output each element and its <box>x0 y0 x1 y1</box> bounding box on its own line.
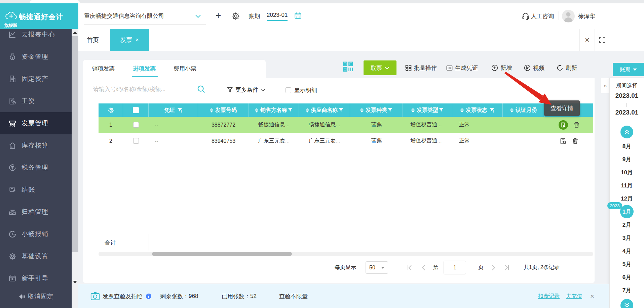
sidebar-item-guide[interactable]: 新手引导 <box>0 267 72 290</box>
search-input[interactable] <box>93 86 194 93</box>
subtab-purchase-invoice[interactable]: 进项发票 <box>133 60 156 78</box>
column-settings-header[interactable] <box>99 103 123 117</box>
sidebar-item-invoice[interactable]: 发票管理 <box>0 112 72 134</box>
fetch-invoice-button[interactable]: 取票 <box>364 60 396 75</box>
sort-icon[interactable] <box>411 108 415 113</box>
table-row[interactable]: 2 -- 83940753 广东三元麦... 广东三元麦... 蓝票 增值税普通… <box>99 133 593 149</box>
sidebar-item-inventory[interactable]: 库存核算 <box>0 134 72 157</box>
recharge-link[interactable]: 去充值 <box>566 284 582 308</box>
per-page-select[interactable]: 50 <box>366 261 388 274</box>
tab-close-icon[interactable]: × <box>136 37 139 43</box>
settings-gear-icon[interactable] <box>232 12 240 20</box>
row-checkbox[interactable] <box>133 138 139 144</box>
month-item[interactable]: 3月 <box>610 231 644 245</box>
header-invoice-no[interactable]: 发票号码 <box>198 103 249 117</box>
sort-icon[interactable] <box>460 108 464 113</box>
header-invoice-kind[interactable]: 发票种类 <box>350 103 403 117</box>
first-page-icon[interactable] <box>407 265 413 271</box>
period-panel-button[interactable]: 账期 <box>613 63 644 76</box>
add-account-icon[interactable]: + <box>216 10 221 21</box>
sort-icon[interactable] <box>210 108 213 113</box>
horizontal-scrollbar[interactable] <box>99 252 593 256</box>
last-page-icon[interactable] <box>504 265 510 271</box>
company-selector[interactable]: 重庆畅捷交通信息咨询有限公司 <box>84 12 164 20</box>
refresh-button[interactable]: 刷新 <box>557 61 577 75</box>
sort-icon[interactable] <box>255 108 258 113</box>
fullscreen-button[interactable] <box>595 29 610 51</box>
period-from[interactable]: 2023.01 <box>610 92 644 99</box>
qr-scan-icon[interactable] <box>342 61 354 73</box>
batch-actions-button[interactable]: 批量操作 <box>405 61 437 75</box>
month-item[interactable]: 4月 <box>610 245 644 258</box>
header-invoice-status[interactable]: 发票状态 <box>452 103 503 117</box>
month-item[interactable]: 7月 <box>610 284 644 297</box>
sidebar-item-salary[interactable]: 工资 <box>0 90 72 112</box>
subtab-expense-ticket[interactable]: 费用小票 <box>174 60 196 78</box>
filter-icon[interactable] <box>489 108 494 113</box>
chevron-down-icon[interactable] <box>195 15 201 18</box>
scroll-months-up-button[interactable] <box>620 126 633 138</box>
header-voucher[interactable]: 凭证 <box>149 103 198 117</box>
close-bottom-bar-icon[interactable]: × <box>590 284 594 308</box>
month-item[interactable]: 6月 <box>610 271 644 284</box>
filter-icon[interactable] <box>288 108 293 113</box>
sidebar-item-fixed-assets[interactable]: 固定资产 <box>0 68 72 90</box>
month-item[interactable]: 5月 <box>610 258 644 271</box>
header-seller[interactable]: 销售方名称 <box>249 103 299 117</box>
scroll-months-down-button[interactable] <box>620 299 633 308</box>
delete-button[interactable] <box>573 122 580 128</box>
sidebar-item-archive[interactable]: 归档管理 <box>0 201 72 223</box>
sidebar-item-tax[interactable]: 税务管理 <box>0 157 72 179</box>
calendar-icon[interactable] <box>294 12 302 19</box>
select-all-header[interactable] <box>123 103 149 117</box>
next-page-icon[interactable] <box>490 265 496 271</box>
show-detail-checkbox[interactable] <box>286 87 291 93</box>
row-checkbox[interactable] <box>133 122 139 128</box>
month-item[interactable]: 9月 <box>610 153 644 166</box>
filter-icon[interactable] <box>439 108 444 113</box>
generate-voucher-button[interactable]: 生成凭证 <box>446 61 478 75</box>
sidebar-item-closing[interactable]: 结账 <box>0 179 72 201</box>
month-item[interactable]: 2月 <box>610 218 644 231</box>
subtab-sales-invoice[interactable]: 销项发票 <box>92 60 115 78</box>
view-detail-button[interactable] <box>559 120 568 130</box>
sidebar-unpin[interactable]: 取消固定 <box>0 289 72 304</box>
filter-icon[interactable] <box>339 108 343 113</box>
scroll-down-arrow-icon[interactable] <box>73 281 77 283</box>
scroll-up-arrow-icon[interactable] <box>73 31 77 34</box>
more-filters-button[interactable]: 更多条件 <box>227 86 265 94</box>
info-icon[interactable] <box>146 284 152 308</box>
tab-home[interactable]: 首页 <box>87 29 99 51</box>
delete-button[interactable] <box>572 138 578 144</box>
close-workspace-button[interactable]: × <box>580 29 595 51</box>
fee-record-link[interactable]: 扣费记录 <box>538 284 560 308</box>
prev-page-icon[interactable] <box>421 265 427 271</box>
horizontal-scrollbar-thumb[interactable] <box>152 252 292 256</box>
page-number-input[interactable] <box>444 261 466 274</box>
month-item-active[interactable]: 1月 <box>610 205 644 218</box>
collapse-panel-button[interactable]: » <box>601 78 610 93</box>
tab-invoice[interactable]: 发票 × <box>110 29 149 51</box>
sidebar-item-settings[interactable]: 基础设置 <box>0 245 72 267</box>
search-icon[interactable] <box>197 85 205 93</box>
month-item[interactable]: 10月 <box>610 166 644 179</box>
view-detail-button[interactable] <box>560 138 567 144</box>
sort-icon[interactable] <box>360 108 364 113</box>
table-row[interactable]: 1 -- 38872772 畅捷通信息... 畅捷通信息... 蓝票 增值税普通… <box>99 117 593 133</box>
month-item[interactable]: 11月 <box>610 179 644 192</box>
username[interactable]: 徐泽华 <box>578 12 595 20</box>
period-to[interactable]: 2023.01 <box>610 109 644 116</box>
select-all-checkbox[interactable] <box>133 107 139 113</box>
filter-icon[interactable] <box>388 108 392 113</box>
avatar[interactable] <box>562 10 575 23</box>
sidebar-scrollbar[interactable] <box>72 29 78 308</box>
sidebar-item-cloud-report[interactable]: 云报表中心 <box>0 29 72 46</box>
header-invoice-type[interactable]: 发票类型 <box>403 103 452 117</box>
period-value[interactable]: 2023-01 <box>267 12 288 21</box>
sort-icon[interactable] <box>306 108 309 113</box>
headset-icon[interactable] <box>522 12 530 20</box>
sidebar-item-funds[interactable]: 资金管理 <box>0 46 72 68</box>
sidebar-item-reimburse[interactable]: 小畅报销 <box>0 223 72 245</box>
scrollbar-thumb[interactable] <box>72 36 78 252</box>
header-supplier[interactable]: 供应商名称 <box>299 103 350 117</box>
